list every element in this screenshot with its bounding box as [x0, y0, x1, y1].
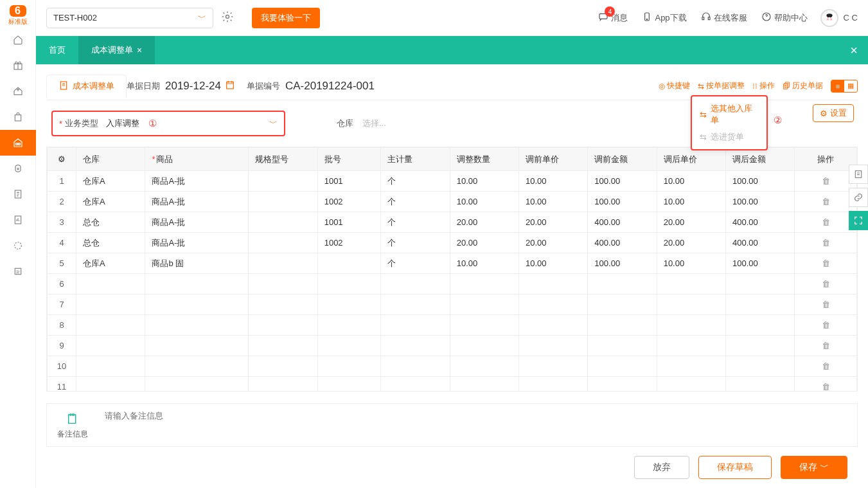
table-row[interactable]: 11🗑: [48, 377, 857, 392]
select-source-popup: ⇆ 选其他入库单 ⇆ 选进货单: [691, 95, 768, 150]
table-row[interactable]: 7🗑: [48, 294, 857, 315]
nav-gift-icon[interactable]: [0, 53, 36, 78]
nav-warehouse-icon[interactable]: [0, 130, 36, 156]
doc-no-value: CA-20191224-001: [285, 80, 375, 93]
annotation-1: ①: [148, 118, 157, 129]
table-row[interactable]: 2仓库A商品A-批1002个10.0010.00100.0010.00100.0…: [48, 192, 857, 212]
table-row[interactable]: 3总仓商品A-批1001个20.0020.00400.0020.00400.00…: [48, 212, 857, 233]
table-row[interactable]: 8🗑: [48, 315, 857, 336]
col-spec[interactable]: 规格型号: [249, 148, 317, 171]
tab-home[interactable]: 首页: [36, 36, 78, 64]
discard-button[interactable]: 放弃: [634, 456, 689, 479]
chevron-down-icon: ﹀: [198, 12, 206, 24]
chevron-down-icon: ﹀: [269, 118, 278, 129]
svg-rect-3: [18, 143, 20, 145]
messages-link[interactable]: 4 消息: [598, 12, 628, 24]
service-link[interactable]: 在线客服: [701, 12, 747, 24]
col-warehouse[interactable]: 仓库: [76, 148, 145, 171]
action-shortcut[interactable]: ◎ 快捷键: [659, 80, 690, 91]
col-gear[interactable]: ⚙: [48, 148, 76, 171]
dock-link-icon[interactable]: [849, 188, 868, 207]
table-row[interactable]: 9🗑: [48, 336, 857, 356]
dock-expand-icon[interactable]: [849, 211, 868, 230]
close-icon[interactable]: ×: [137, 45, 142, 55]
delete-row-icon[interactable]: 🗑: [795, 356, 857, 377]
action-history[interactable]: 🗐 历史单据: [783, 80, 823, 91]
svg-point-21: [830, 18, 832, 20]
delete-row-icon[interactable]: 🗑: [795, 233, 857, 253]
avatar[interactable]: [820, 9, 838, 27]
annotation-2: ②: [774, 114, 782, 126]
right-dock: [849, 165, 868, 230]
table-row[interactable]: 6🗑: [48, 274, 857, 294]
table-row[interactable]: 10🗑: [48, 356, 857, 377]
action-operate[interactable]: ⁝⁝ 操作: [752, 80, 775, 91]
nav-money-icon[interactable]: [0, 156, 36, 181]
warehouse-field[interactable]: 仓库 选择...: [337, 118, 386, 129]
calendar-icon[interactable]: [225, 80, 235, 92]
dock-note-icon[interactable]: [849, 165, 868, 184]
topbar: TEST-H002 ﹀ 我要体验一下 4 消息 App下载 在线客服 帮助中心: [36, 0, 868, 36]
settings-button[interactable]: ⚙ 设置: [813, 104, 854, 122]
delete-row-icon[interactable]: 🗑: [795, 171, 857, 192]
col-unit[interactable]: 主计量: [381, 148, 450, 171]
org-select[interactable]: TEST-H002 ﹀: [46, 8, 213, 28]
action-by-order[interactable]: ⇆ 按单据调整: [698, 80, 745, 91]
delete-row-icon[interactable]: 🗑: [795, 212, 857, 233]
svg-rect-13: [702, 17, 704, 20]
file-icon: [58, 80, 69, 93]
app-download-link[interactable]: App下载: [642, 12, 686, 24]
delete-row-icon[interactable]: 🗑: [795, 253, 857, 274]
doc-tab[interactable]: 成本调整单: [46, 75, 127, 98]
username: C C: [844, 13, 858, 23]
note-icon: 🗒: [66, 411, 80, 428]
save-draft-button[interactable]: 保存草稿: [698, 456, 772, 479]
col-post-price[interactable]: 调后单价: [657, 148, 725, 171]
close-all-tabs[interactable]: ×: [840, 36, 868, 64]
nav-new-icon[interactable]: 新: [0, 258, 36, 284]
save-button[interactable]: 保存 ﹀: [781, 456, 847, 479]
grid-view-icon[interactable]: ▦: [844, 80, 857, 92]
table-row[interactable]: 1仓库A商品A-批1001个10.0010.00100.0010.00100.0…: [48, 171, 857, 192]
delete-row-icon[interactable]: 🗑: [795, 315, 857, 336]
nav-doc-icon[interactable]: [0, 181, 36, 207]
col-product[interactable]: *商品: [145, 148, 249, 171]
table-row[interactable]: 5仓库A商品b 固个10.0010.00100.0010.00100.00🗑: [48, 253, 857, 274]
remark-input[interactable]: [98, 404, 857, 446]
brand-logo: 6 标准版: [8, 5, 28, 26]
gear-icon[interactable]: [221, 10, 234, 25]
brand-label: 标准版: [8, 17, 28, 26]
delete-row-icon[interactable]: 🗑: [795, 377, 857, 392]
nav-home-icon[interactable]: [0, 27, 36, 53]
col-pre-price[interactable]: 调前单价: [519, 148, 588, 171]
col-op[interactable]: 操作: [795, 148, 857, 171]
data-grid: ⚙ 仓库 *商品 规格型号 批号 主计量 调整数量 调前单价 调前金额 调后单价…: [46, 147, 858, 392]
nav-out-icon[interactable]: [0, 78, 36, 104]
view-toggle[interactable]: ≡ ▦: [831, 80, 858, 93]
list-view-icon[interactable]: ≡: [831, 80, 844, 92]
col-pre-amount[interactable]: 调前金额: [588, 148, 657, 171]
delete-row-icon[interactable]: 🗑: [795, 274, 857, 294]
col-batch[interactable]: 批号: [317, 148, 381, 171]
delete-row-icon[interactable]: 🗑: [795, 336, 857, 356]
nav-bag-icon[interactable]: [0, 104, 36, 130]
svg-point-19: [826, 14, 832, 17]
tabbar: 首页 成本调整单 × ×: [36, 36, 868, 64]
popup-other-inbound[interactable]: ⇆ 选其他入库单: [692, 100, 766, 129]
table-row[interactable]: 4总仓商品A-批1002个20.0020.00400.0020.00400.00…: [48, 233, 857, 253]
delete-row-icon[interactable]: 🗑: [795, 192, 857, 212]
trial-button[interactable]: 我要体验一下: [252, 8, 320, 28]
biz-type-field[interactable]: * 业务类型 入库调整 ① ﹀: [51, 111, 285, 136]
nav-report-icon[interactable]: [0, 207, 36, 233]
col-post-amount[interactable]: 调后金额: [725, 148, 794, 171]
help-link[interactable]: 帮助中心: [761, 12, 808, 24]
nav-loading-icon[interactable]: [0, 233, 36, 258]
help-icon: [761, 12, 772, 24]
popup-purchase[interactable]: ⇆ 选进货单: [692, 129, 766, 145]
col-adj-qty[interactable]: 调整数量: [450, 148, 518, 171]
doc-date-value[interactable]: 2019-12-24: [165, 80, 221, 93]
delete-row-icon[interactable]: 🗑: [795, 294, 857, 315]
phone-icon: [642, 12, 652, 24]
tab-cost-adjust[interactable]: 成本调整单 ×: [78, 36, 155, 64]
remark-label: 🗒 备注信息: [47, 404, 98, 446]
